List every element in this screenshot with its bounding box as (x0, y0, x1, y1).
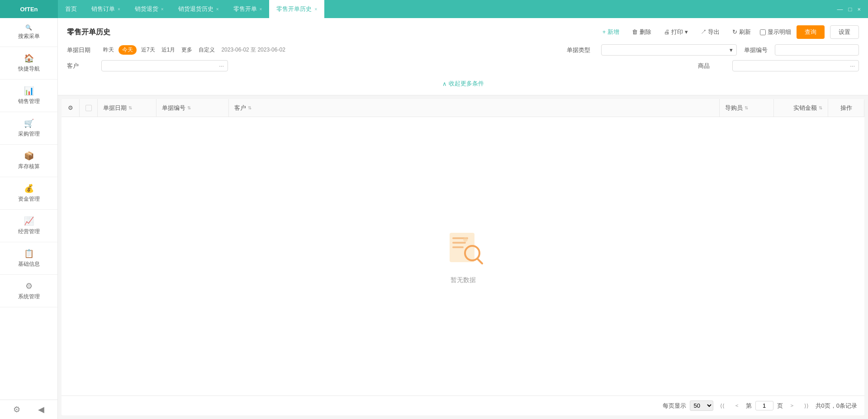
pagination: 每页显示 50 100 200 ⟨⟨ ＜ 第 1 页 ＞ ⟩⟩ 共0页，0条记录 (62, 395, 864, 415)
sidebar-bottom: ⚙ ◀ (0, 400, 57, 419)
filter-row-2: 客户 ··· 商品 ··· (67, 60, 859, 71)
close-tab-btn[interactable]: × (260, 7, 262, 12)
sidebar-item-基础信息[interactable]: 📋基础信息 (0, 242, 57, 275)
settings-button[interactable]: 设置 (830, 25, 859, 39)
sidebar-icon: 🔍 (25, 24, 32, 31)
sidebar-item-资金管理[interactable]: 💰资金管理 (0, 177, 57, 210)
type-label: 单据类型 (567, 46, 594, 54)
th-amount[interactable]: 实销金额 ⇅ (774, 99, 828, 117)
th-number[interactable]: 单据编号 ⇅ (157, 99, 229, 117)
delete-button[interactable]: 🗑 删除 (628, 26, 655, 38)
maximize-btn[interactable]: □ (849, 6, 852, 13)
sidebar-icon: 📈 (24, 216, 34, 226)
new-button[interactable]: + 新增 (599, 26, 623, 38)
top-nav: OfTEn 首页销售订单×销货退货×销货退货历史×零售开单×零售开单历史× — … (0, 0, 868, 18)
date-range: 2023-06-02 至 2023-06-02 (221, 46, 285, 54)
sidebar-icon: ⚙ (25, 281, 33, 291)
collapse-button[interactable]: ∧ 收起更多条件 (442, 80, 484, 88)
sort-guide-icon: ⇅ (745, 105, 748, 110)
settings-icon[interactable]: ⚙ (13, 405, 20, 414)
th-checkbox[interactable] (80, 99, 98, 117)
nav-tab-零售开单[interactable]: 零售开单× (226, 0, 270, 18)
brand-logo: OfTEn (0, 0, 58, 18)
export-button[interactable]: ↗ 导出 (697, 26, 724, 38)
date-btn-1month[interactable]: 近1月 (160, 45, 177, 55)
th-customer[interactable]: 客户 ⇅ (229, 99, 720, 117)
sidebar-icon: 📋 (24, 249, 34, 259)
goods-select[interactable]: ··· (732, 60, 859, 71)
date-btn-custom[interactable]: 自定义 (197, 45, 217, 55)
page-last-btn[interactable]: ⟩⟩ (801, 400, 812, 411)
number-label: 单据编号 (744, 46, 768, 54)
empty-illustration (441, 228, 486, 269)
close-tab-btn[interactable]: × (216, 7, 219, 12)
refresh-button[interactable]: ↻ 刷新 (729, 26, 754, 38)
sidebar-item-快捷导航[interactable]: 🏠快捷导航 (0, 47, 57, 80)
sidebar-icon: 💰 (24, 184, 34, 193)
close-tab-btn[interactable]: × (161, 7, 164, 12)
sidebar-item-搜索采单[interactable]: 🔍搜索采单 (0, 18, 57, 47)
customer-label: 客户 (67, 62, 94, 70)
nav-tabs: 首页销售订单×销货退货×销货退货历史×零售开单×零售开单历史× (58, 0, 830, 18)
sidebar-item-经营管理[interactable]: 📈经营管理 (0, 210, 57, 242)
filter-row-1: 单据日期 昨天 今天 近7天 近1月 更多 自定义 2023-06-02 至 2… (67, 44, 859, 56)
number-input[interactable] (775, 44, 859, 56)
sidebar-icon: 🏠 (24, 53, 34, 63)
per-page-select[interactable]: 50 100 200 (690, 400, 713, 411)
collapse-icon: ∧ (442, 80, 447, 87)
sidebar-item-采购管理[interactable]: 🛒采购管理 (0, 112, 57, 145)
display-checkbox[interactable] (760, 29, 766, 35)
select-all-checkbox[interactable] (85, 105, 92, 111)
close-tab-btn[interactable]: × (314, 7, 317, 12)
page-first-btn[interactable]: ⟨⟨ (717, 400, 728, 411)
th-guide[interactable]: 导购员 ⇅ (720, 99, 774, 117)
sort-customer-icon: ⇅ (248, 105, 251, 110)
nav-tab-零售开单历史[interactable]: 零售开单历史× (269, 0, 324, 18)
page-title: 零售开单历史 (67, 28, 110, 37)
query-button[interactable]: 查询 (797, 25, 825, 39)
close-tab-btn[interactable]: × (118, 7, 120, 12)
page-prev-btn[interactable]: ＜ (731, 400, 742, 411)
page-label-pre: 第 (746, 402, 752, 410)
minimize-btn[interactable]: — (837, 6, 843, 13)
sidebar-item-库存核算[interactable]: 📦库存核算 (0, 145, 57, 177)
date-btn-7days[interactable]: 近7天 (139, 45, 157, 55)
content-area: 零售开单历史 + 新增 🗑 删除 🖨 打印 ▾ ↗ 导出 ↻ 刷新 显示明细 查… (58, 18, 868, 419)
empty-text: 暂无数据 (451, 276, 476, 284)
th-date[interactable]: 单据日期 ⇅ (98, 99, 157, 117)
sidebar-item-销售管理[interactable]: 📊销售管理 (0, 80, 57, 112)
nav-tab-销货退货[interactable]: 销货退货× (128, 0, 171, 18)
print-button[interactable]: 🖨 打印 ▾ (660, 26, 692, 38)
filter-area: 单据日期 昨天 今天 近7天 近1月 更多 自定义 2023-06-02 至 2… (67, 44, 859, 91)
page-header: 零售开单历史 + 新增 🗑 删除 🖨 打印 ▾ ↗ 导出 ↻ 刷新 显示明细 查… (58, 18, 868, 95)
date-btn-today[interactable]: 今天 (119, 45, 137, 55)
sort-amount-icon: ⇅ (819, 105, 822, 110)
sidebar: 🔍搜索采单🏠快捷导航📊销售管理🛒采购管理📦库存核算💰资金管理📈经营管理📋基础信息… (0, 18, 58, 419)
table-container: ⚙ 单据日期 ⇅ 单据编号 ⇅ 客户 ⇅ 导购员 ⇅ (62, 99, 864, 415)
nav-tab-销售订单[interactable]: 销售订单× (84, 0, 128, 18)
date-btn-more[interactable]: 更多 (180, 45, 194, 55)
date-btn-yesterday[interactable]: 昨天 (101, 45, 116, 55)
nav-tab-首页[interactable]: 首页 (58, 0, 84, 18)
toolbar: + 新增 🗑 删除 🖨 打印 ▾ ↗ 导出 ↻ 刷新 显示明细 查询 设置 (599, 25, 859, 39)
page-next-btn[interactable]: ＞ (787, 400, 797, 411)
th-settings[interactable]: ⚙ (62, 99, 80, 117)
close-window-btn[interactable]: × (857, 6, 861, 13)
nav-tab-销货退货历史[interactable]: 销货退货历史× (171, 0, 226, 18)
sidebar-icon: 📊 (24, 86, 34, 96)
collapse-sidebar-icon[interactable]: ◀ (38, 405, 44, 414)
svg-point-6 (463, 237, 468, 242)
per-page-label: 每页显示 (663, 402, 686, 410)
page-number-input[interactable]: 1 (755, 401, 773, 410)
th-action: 操作 (828, 99, 864, 117)
customer-select[interactable]: ··· (101, 60, 228, 71)
sidebar-icon: 📦 (24, 151, 34, 161)
display-toggle[interactable]: 显示明细 (760, 28, 791, 36)
page-title-row: 零售开单历史 + 新增 🗑 删除 🖨 打印 ▾ ↗ 导出 ↻ 刷新 显示明细 查… (67, 25, 859, 39)
type-select[interactable]: ▾ (601, 44, 737, 56)
sort-date-icon: ⇅ (128, 105, 132, 110)
sidebar-item-系统管理[interactable]: ⚙系统管理 (0, 275, 57, 307)
date-filters: 昨天 今天 近7天 近1月 更多 自定义 2023-06-02 至 2023-0… (101, 45, 285, 55)
window-controls: — □ × (830, 6, 868, 13)
sort-number-icon: ⇅ (187, 105, 191, 110)
